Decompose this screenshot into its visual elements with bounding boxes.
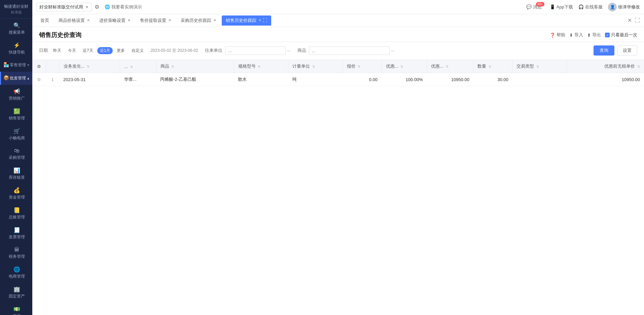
- col-product[interactable]: 商品 ⇅: [156, 60, 234, 73]
- sidebar-item-inventory[interactable]: 📊 库存核算: [0, 164, 32, 184]
- setting-button[interactable]: 设置: [617, 45, 637, 56]
- only-last-label: 只看最后一次: [611, 32, 637, 38]
- date-chip-7days[interactable]: 近7天: [80, 47, 96, 54]
- sidebar-item-retail[interactable]: 🏪 零售管理 ▼: [0, 59, 32, 72]
- retail-icon: 🏪: [3, 62, 9, 67]
- filter-bar: 日期 昨天 今天 近7天 近1月 更多 自定义 2023-05-02 至 202…: [32, 42, 644, 60]
- settings-gear-icon[interactable]: ⚙: [95, 4, 99, 10]
- tab-purchase-history[interactable]: 采购历史价跟踪 ✕: [177, 15, 220, 26]
- row-discount-val: 10950.00: [427, 73, 473, 86]
- col-quantity-label: 数量: [477, 64, 486, 69]
- import-button[interactable]: ⬇ 导入: [569, 32, 583, 38]
- data-table-wrapper: ⚙ 业务发生... ⇅ ... ⇅ 商品 ⇅: [32, 60, 644, 315]
- headset-icon: 🎧: [578, 4, 584, 9]
- help-button[interactable]: ❓ 帮助: [550, 32, 565, 38]
- date-chip-today[interactable]: 今天: [65, 47, 79, 54]
- app-name: 畅捷通好业财: [4, 4, 28, 9]
- sidebar-item-tax[interactable]: 🏛 税务管理: [0, 243, 32, 263]
- sidebar-item-ecommerce[interactable]: 🌐 电商管理: [0, 263, 32, 283]
- col-gear[interactable]: ⚙: [32, 60, 46, 73]
- tab-product-price[interactable]: 商品价格设置 ✕: [55, 15, 94, 26]
- purchase-icon: 🛍: [14, 148, 20, 154]
- sidebar-item-sales[interactable]: 💹 销售管理: [0, 105, 32, 125]
- date-chip-yesterday[interactable]: 昨天: [50, 47, 64, 54]
- sidebar-item-quick-nav[interactable]: ⚡ 快捷导航: [0, 39, 32, 59]
- row-product: 丙烯酸-2-乙基己酯: [156, 73, 234, 86]
- sort-icon: ⇅: [536, 65, 539, 68]
- sidebar-item-fixed-assets[interactable]: 🏢 固定资产: [0, 283, 32, 303]
- col-unit[interactable]: 计量单位 ⇅: [288, 60, 343, 73]
- sidebar-item-ledger[interactable]: 📒 总账管理: [0, 204, 32, 223]
- sort-icon: ⇅: [171, 65, 174, 68]
- sidebar-item-finance[interactable]: 💰 资金管理: [0, 184, 32, 204]
- tab-close-icon[interactable]: ✕: [128, 18, 131, 23]
- col-extra[interactable]: ... ⇅: [120, 60, 156, 73]
- sort-icon: ⇅: [258, 65, 260, 68]
- tab-sale-extract[interactable]: 售价提取设置 ✕: [136, 15, 175, 26]
- date-chip-custom[interactable]: 自定义: [129, 47, 146, 54]
- sort-icon: ⇅: [446, 65, 449, 68]
- ecommerce-icon: 🌐: [13, 266, 20, 273]
- col-quantity[interactable]: 数量 ⇅: [473, 60, 512, 73]
- sort-icon: ⇅: [130, 65, 133, 69]
- user-menu[interactable]: 👤 徐泽华修改: [608, 3, 640, 11]
- sort-icon: ⇅: [489, 65, 491, 68]
- app-download-button[interactable]: 📱 App下载: [550, 4, 573, 10]
- tab-close-icon[interactable]: ✕: [213, 18, 216, 23]
- date-chip-1month[interactable]: 近1月: [97, 47, 113, 54]
- tab-close-icon[interactable]: ✕: [168, 18, 171, 23]
- col-discount-val[interactable]: 优惠... ⇅: [427, 60, 473, 73]
- sidebar-item-ecommerce-small[interactable]: 🛒 小畅电商: [0, 125, 32, 144]
- fixed-assets-icon: 🏢: [13, 286, 20, 292]
- unit-more-icon[interactable]: ···: [287, 48, 291, 53]
- online-service-button[interactable]: 🎧 在线客服: [578, 4, 603, 10]
- message-button[interactable]: 💬 消息 99+: [526, 4, 542, 10]
- col-unit-label: 计量单位: [292, 64, 310, 69]
- sidebar-item-search[interactable]: 🔍 搜索菜单: [0, 19, 32, 39]
- tab-close-active-icon[interactable]: ✕: [258, 18, 261, 23]
- col-spec[interactable]: 规格型号 ⇅: [234, 60, 288, 73]
- product-selector[interactable]: 好业财标准版交付试用 ▼: [36, 3, 92, 11]
- query-button[interactable]: 查询: [594, 45, 614, 56]
- product-input[interactable]: [309, 46, 390, 55]
- col-biz-date[interactable]: 业务发生... ⇅: [59, 60, 120, 73]
- topbar: 好业财标准版交付试用 ▼ ⚙ 🌐 我要看实例演示 💬 消息 99+ 📱 App下…: [32, 0, 644, 14]
- tab-home[interactable]: 首页: [36, 15, 53, 26]
- col-product-label: 商品: [160, 64, 169, 69]
- row-pretax-price: 10950.00: [567, 73, 644, 86]
- col-price[interactable]: 报价 ⇅: [343, 60, 382, 73]
- unit-input[interactable]: [225, 46, 286, 55]
- sidebar-item-label: 电商管理: [9, 274, 25, 279]
- tab-sale-history[interactable]: 销售历史价跟踪 ✕ ⛶: [222, 15, 271, 26]
- export-label: 导出: [592, 32, 601, 38]
- date-chip-more[interactable]: 更多: [114, 47, 128, 54]
- chevron-down-icon: ▼: [27, 63, 30, 67]
- sidebar-item-invoice[interactable]: 🧾 发票管理: [0, 223, 32, 243]
- demo-button[interactable]: 🌐 我要看实例演示: [105, 4, 142, 10]
- tab-purchase-strategy[interactable]: 进价策略设置 ✕: [95, 15, 135, 26]
- col-pretax-price[interactable]: 优惠前无税单价 ⇅: [567, 60, 644, 73]
- page-actions: ❓ 帮助 ⬇ 导入 ⬆ 导出 ✓ 只看最后一次: [550, 32, 637, 38]
- col-trade-type[interactable]: 交易类型 ⇅: [512, 60, 567, 73]
- sort-icon: ⇅: [637, 65, 640, 68]
- row-gear[interactable]: ⚙: [32, 73, 46, 86]
- tab-close-icon[interactable]: ✕: [87, 18, 90, 23]
- col-discount-pct[interactable]: 优惠... ⇅: [382, 60, 427, 73]
- sidebar-item-payroll[interactable]: 💵 工资: [0, 303, 32, 315]
- checkbox-icon: ✓: [605, 33, 610, 37]
- finance-icon: 💰: [13, 187, 20, 194]
- sidebar-item-purchase[interactable]: 🛍 采购管理: [0, 144, 32, 164]
- window-maximize-icon[interactable]: ⛶: [635, 18, 640, 24]
- page-title: 销售历史价查询: [39, 31, 81, 39]
- product-more-icon[interactable]: ···: [391, 48, 395, 53]
- export-button[interactable]: ⬆ 导出: [587, 32, 601, 38]
- expand-icon[interactable]: ⛶: [263, 18, 267, 23]
- user-name: 徐泽华修改: [618, 4, 640, 10]
- online-service-label: 在线客服: [585, 4, 603, 10]
- sort-icon: ⇅: [312, 65, 315, 68]
- window-close-icon[interactable]: ✕: [628, 17, 632, 24]
- sidebar-item-wholesale[interactable]: 📦 批发管理 ▲: [0, 72, 32, 85]
- sidebar-item-marketing[interactable]: 📢 营销推广: [0, 85, 32, 105]
- only-last-checkbox[interactable]: ✓ 只看最后一次: [605, 32, 637, 38]
- demo-label: 我要看实例演示: [111, 4, 142, 10]
